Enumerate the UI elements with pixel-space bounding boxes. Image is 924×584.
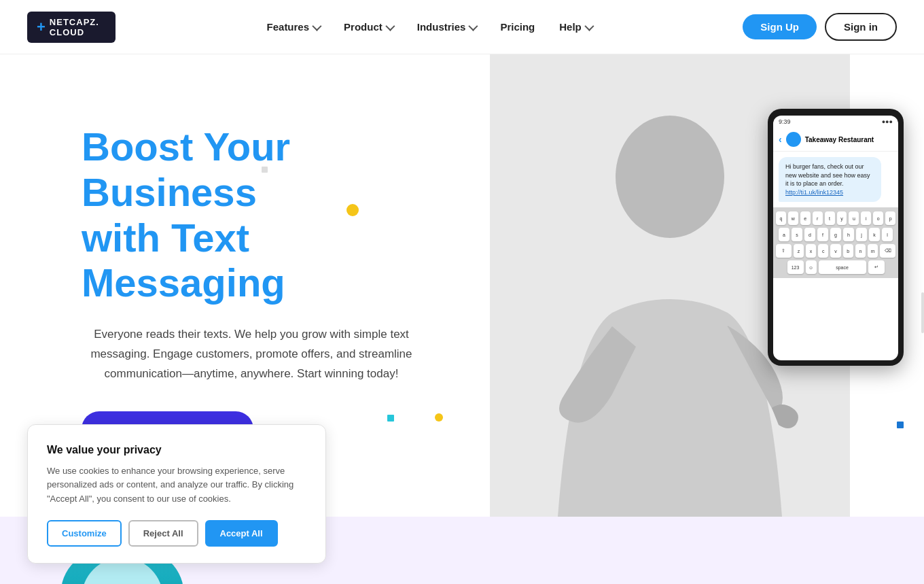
svg-point-1 [616, 116, 724, 238]
keyboard-row-1: q w e r t y u i o p [776, 211, 895, 225]
key-k[interactable]: k [869, 228, 880, 241]
hero-title: Boost Your Business with Text Messaging [82, 124, 462, 306]
key-p[interactable]: p [885, 211, 895, 225]
nav-item-product[interactable]: Product [334, 14, 402, 39]
reject-all-button[interactable]: Reject All [128, 520, 198, 547]
key-o[interactable]: o [873, 211, 883, 225]
customize-button[interactable]: Customize [47, 520, 122, 547]
key-123[interactable]: 123 [787, 260, 804, 274]
key-w[interactable]: w [788, 211, 798, 225]
key-return[interactable]: ↵ [868, 260, 885, 274]
key-z[interactable]: z [794, 244, 804, 258]
signin-button[interactable]: Sign in [825, 13, 897, 41]
key-s[interactable]: s [792, 228, 802, 241]
key-m[interactable]: m [868, 244, 878, 258]
nav-item-industries[interactable]: Industries [408, 14, 486, 39]
logo-text: NETCAPZ. CLOUD [50, 17, 99, 37]
key-r[interactable]: r [813, 211, 823, 225]
key-h[interactable]: h [843, 228, 854, 241]
key-d[interactable]: d [804, 228, 815, 241]
key-x[interactable]: x [806, 244, 816, 258]
key-emoji[interactable]: ☺ [806, 260, 817, 274]
key-y[interactable]: y [837, 211, 847, 225]
phone-statusbar: 9:39 ●●● [773, 116, 898, 128]
navigation: + NETCAPZ. CLOUD Features Product Indust… [0, 0, 924, 54]
key-b[interactable]: b [843, 244, 853, 258]
chevron-down-icon [312, 21, 321, 31]
nav-item-features[interactable]: Features [257, 14, 330, 39]
keyboard-row-2: a s d f g h j k l [776, 228, 895, 241]
nav-item-pricing[interactable]: Pricing [491, 14, 544, 39]
phone-chat-header: ‹ Takeaway Restaurant [773, 128, 898, 152]
chat-avatar [786, 132, 801, 147]
key-t[interactable]: t [825, 211, 835, 225]
nav-links: Features Product Industries Pricing Help [257, 14, 601, 39]
phone-keyboard: q w e r t y u i o p a s d [773, 207, 898, 278]
key-n[interactable]: n [855, 244, 866, 258]
key-f[interactable]: f [817, 228, 828, 241]
keyboard-row-3: ⇧ z x c v b n m ⌫ [776, 244, 895, 258]
key-delete[interactable]: ⌫ [880, 244, 895, 258]
nav-item-help[interactable]: Help [550, 14, 601, 39]
key-l[interactable]: l [882, 228, 893, 241]
hero-content: Boost Your Business with Text Messaging … [82, 124, 462, 446]
chevron-down-icon [584, 21, 594, 31]
hero-image: 9:39 ●●● ‹ Takeaway Restaurant Hi burger… [416, 54, 924, 517]
key-u[interactable]: u [849, 211, 859, 225]
phone-messages: Hi burger fans, check out our new websit… [773, 152, 898, 207]
back-icon: ‹ [779, 134, 782, 145]
key-space[interactable]: space [819, 260, 866, 274]
key-a[interactable]: a [779, 228, 789, 241]
phone-screen: 9:39 ●●● ‹ Takeaway Restaurant Hi burger… [773, 116, 898, 360]
nav-actions: Sign Up Sign in [743, 13, 897, 41]
key-v[interactable]: v [830, 244, 840, 258]
cookie-actions: Customize Reject All Accept All [47, 520, 306, 547]
hero-description: Everyone reads their texts. We help you … [82, 325, 421, 384]
key-c[interactable]: c [818, 244, 828, 258]
cookie-banner: We value your privacy We use cookies to … [27, 424, 326, 564]
key-j[interactable]: j [856, 228, 867, 241]
message-bubble: Hi burger fans, check out our new websit… [779, 157, 881, 202]
key-shift[interactable]: ⇧ [776, 244, 792, 258]
key-g[interactable]: g [830, 228, 841, 241]
accept-all-button[interactable]: Accept All [205, 520, 278, 547]
phone-mockup: 9:39 ●●● ‹ Takeaway Restaurant Hi burger… [768, 109, 904, 366]
keyboard-row-4: 123 ☺ space ↵ [776, 260, 895, 274]
key-i[interactable]: i [861, 211, 871, 225]
key-q[interactable]: q [776, 211, 786, 225]
logo-plus-icon: + [37, 20, 46, 35]
chevron-down-icon [469, 21, 478, 31]
chevron-down-icon [385, 21, 395, 31]
signup-button[interactable]: Sign Up [743, 14, 817, 39]
key-e[interactable]: e [800, 211, 811, 225]
cookie-title: We value your privacy [47, 444, 306, 456]
logo[interactable]: + NETCAPZ. CLOUD [27, 12, 116, 43]
cookie-description: We use cookies to enhance your browsing … [47, 464, 306, 506]
